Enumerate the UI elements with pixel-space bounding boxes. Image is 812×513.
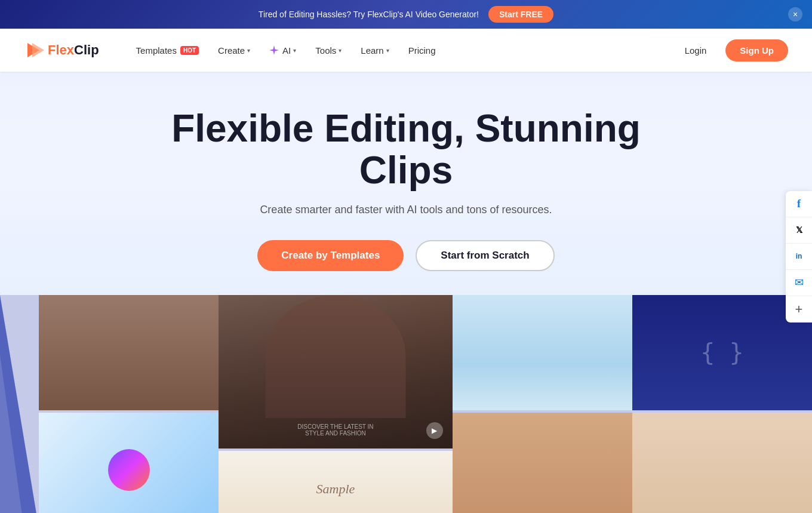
gallery-card-sample: Sample [219,451,453,513]
gallery-card-portrait [39,295,219,410]
hero-title: Flexible Editing, Stunning Clips [137,107,675,192]
learn-chevron-icon: ▾ [386,47,389,54]
gallery-card-tech: { } ■ ■ ■ [632,295,812,410]
nav-item-learn[interactable]: Learn ▾ [352,41,397,60]
learn-label: Learn [361,45,383,56]
social-email-button[interactable]: ✉ [786,270,812,296]
templates-label: Templates [136,45,177,56]
create-templates-button[interactable]: Create by Templates [257,240,404,271]
linkedin-icon: in [796,252,802,260]
social-linkedin-button[interactable]: in [786,244,812,270]
nav-item-create[interactable]: Create ▾ [210,41,259,60]
gallery-col-1 [39,295,219,513]
ai-chevron-icon: ▾ [293,47,296,54]
gallery-col-2: ✦ FASHIONJOURNEY DISCOVER THE LATEST INS… [219,295,453,513]
logo-text: FlexClip [48,42,99,58]
gallery-card-blur [632,413,812,513]
logo-link[interactable]: FlexClip [24,39,99,61]
banner-cta-button[interactable]: Start FREE [488,6,553,23]
hero-section: Flexible Editing, Stunning Clips Create … [0,72,812,295]
start-scratch-button[interactable]: Start from Scratch [416,240,554,271]
gallery-section: ✦ FASHIONJOURNEY DISCOVER THE LATEST INS… [0,295,812,513]
social-twitter-button[interactable]: 𝕏 [786,217,812,244]
hot-badge: HOT [180,46,199,55]
nav-actions: Login Sign Up [675,39,788,62]
gallery-col-4: { } ■ ■ ■ [632,295,812,513]
signup-button[interactable]: Sign Up [725,39,788,62]
hero-subtitle: Create smarter and faster with AI tools … [260,204,552,216]
social-share-bar: f 𝕏 in ✉ + [786,191,812,322]
ai-label: AI [282,45,291,56]
login-button[interactable]: Login [675,41,716,60]
more-icon: + [795,302,803,317]
gallery-col-3 [453,295,632,513]
top-banner: Tired of Editing Hassles? Try FlexClip's… [0,0,812,29]
create-label: Create [218,45,245,56]
ai-sparkle-icon [269,45,279,55]
gallery-grid: ✦ FASHIONJOURNEY DISCOVER THE LATEST INS… [0,295,812,513]
nav-item-pricing[interactable]: Pricing [400,41,444,60]
create-chevron-icon: ▾ [247,47,250,54]
nav-items: Templates HOT Create ▾ AI ▾ Tools ▾ Lear… [128,41,675,60]
gallery-card-light-blue [39,413,219,513]
facebook-icon: f [797,198,801,210]
tools-chevron-icon: ▾ [339,47,342,54]
sample-text: Sample [316,481,355,497]
gallery-card-dark-portrait [453,413,632,513]
social-facebook-button[interactable]: f [786,191,812,217]
email-icon: ✉ [795,276,804,289]
svg-marker-1 [32,43,44,57]
banner-close-button[interactable]: × [788,7,802,21]
logo-icon [24,39,45,61]
pricing-label: Pricing [408,45,436,56]
gallery-card-fashion: ✦ FASHIONJOURNEY DISCOVER THE LATEST INS… [219,295,453,449]
hero-buttons: Create by Templates Start from Scratch [257,240,554,271]
navbar: FlexClip Templates HOT Create ▾ AI ▾ Too… [0,29,812,72]
nav-item-tools[interactable]: Tools ▾ [307,41,350,60]
tools-label: Tools [315,45,336,56]
banner-text: Tired of Editing Hassles? Try FlexClip's… [259,10,479,19]
nav-item-ai[interactable]: AI ▾ [261,41,304,60]
social-more-button[interactable]: + [786,296,812,322]
nav-item-templates[interactable]: Templates HOT [128,41,207,60]
gallery-card-sky [453,295,632,410]
twitter-icon: 𝕏 [796,225,802,235]
